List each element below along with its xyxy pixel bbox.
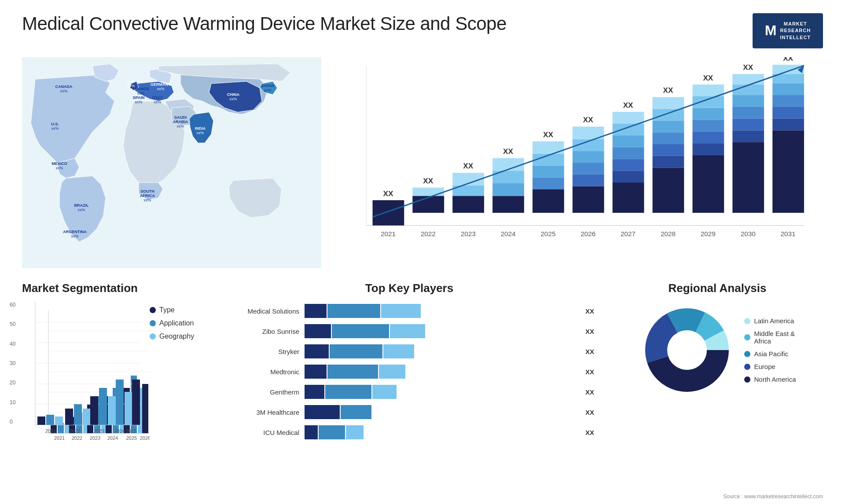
donut-chart xyxy=(639,302,735,398)
y-label-50: 50 xyxy=(10,321,15,327)
svg-rect-73 xyxy=(613,171,644,183)
svg-rect-131 xyxy=(99,388,107,425)
dot-latin-america xyxy=(744,318,750,324)
svg-text:xx%: xx% xyxy=(137,91,144,95)
logo-line1: MARKET xyxy=(780,21,811,27)
player-value: XX xyxy=(585,348,594,355)
dot-asia-pacific xyxy=(744,351,750,357)
bar-segment xyxy=(319,425,345,439)
bar-segment xyxy=(305,304,327,318)
svg-text:2024: 2024 xyxy=(114,428,125,434)
svg-text:AFRICA: AFRICA xyxy=(140,194,155,198)
player-row: StrykerXX xyxy=(224,344,594,358)
player-row: ICU MedicalXX xyxy=(224,425,594,439)
legend-label-type: Type xyxy=(159,306,175,314)
logo-line3: INTELLECT xyxy=(780,34,811,41)
svg-rect-69 xyxy=(613,124,644,135)
svg-rect-128 xyxy=(83,409,91,425)
page-container: Medical Convective Warming Device Market… xyxy=(0,0,845,504)
legend-dot-application xyxy=(150,320,156,326)
key-players-section: Top Key Players Medical SolutionsXXZibo … xyxy=(207,281,612,493)
y-label-60: 60 xyxy=(10,302,15,308)
svg-text:JAPAN: JAPAN xyxy=(261,84,274,88)
svg-rect-108 xyxy=(772,107,804,119)
svg-rect-109 xyxy=(772,119,804,131)
bar-segment xyxy=(305,324,331,338)
svg-text:XX: XX xyxy=(663,86,673,95)
svg-rect-82 xyxy=(653,156,684,168)
svg-text:CHINA: CHINA xyxy=(227,92,240,97)
player-row: Zibo SunriseXX xyxy=(224,324,594,338)
svg-rect-88 xyxy=(692,108,724,120)
world-map-svg: CANADA xx% U.S. xx% MEXICO xx% BRAZIL xx… xyxy=(22,57,321,268)
legend-mea: Middle East &Africa xyxy=(744,330,796,345)
legend-dot-type xyxy=(150,307,156,313)
svg-text:ARGENTINA: ARGENTINA xyxy=(63,230,87,234)
svg-text:xx%: xx% xyxy=(135,100,142,104)
svg-rect-64 xyxy=(573,175,604,186)
key-players-title: Top Key Players xyxy=(224,281,594,295)
header: Medical Convective Warming Device Market… xyxy=(22,13,823,48)
svg-rect-124 xyxy=(55,416,63,425)
svg-text:2022: 2022 xyxy=(421,230,436,237)
segmentation-chart-svg: 2021 2022 2023 xyxy=(22,302,141,438)
player-value: XX xyxy=(585,409,594,416)
segmentation-section: Market Segmentation 60 50 40 30 20 10 0 xyxy=(22,281,207,493)
svg-text:XX: XX xyxy=(423,176,433,185)
dot-mea xyxy=(744,334,750,340)
svg-text:2023: 2023 xyxy=(461,230,476,237)
bar-segment xyxy=(305,365,327,379)
svg-text:XX: XX xyxy=(543,130,553,139)
svg-text:2023: 2023 xyxy=(94,428,104,434)
player-bar-container xyxy=(305,405,577,419)
logo-box: M MARKET RESEARCH INTELLECT xyxy=(753,13,823,48)
svg-rect-35 xyxy=(373,200,404,225)
bar-segment xyxy=(305,425,318,439)
svg-text:xx%: xx% xyxy=(229,97,237,101)
svg-rect-110 xyxy=(772,130,804,212)
svg-point-174 xyxy=(668,331,706,369)
svg-text:MEXICO: MEXICO xyxy=(51,161,67,166)
svg-text:XX: XX xyxy=(463,161,473,170)
legend-item-application: Application xyxy=(150,319,194,327)
player-bar-container xyxy=(305,425,577,439)
legend-asia-pacific: Asia Pacific xyxy=(744,350,796,358)
label-mea: Middle East &Africa xyxy=(754,330,795,345)
bar-segment xyxy=(390,324,425,338)
legend-label-application: Application xyxy=(159,319,194,327)
svg-rect-68 xyxy=(613,112,644,124)
svg-text:xx%: xx% xyxy=(71,234,78,238)
svg-rect-39 xyxy=(412,196,444,213)
svg-text:XX: XX xyxy=(783,57,793,62)
svg-text:2024: 2024 xyxy=(501,230,516,237)
svg-rect-107 xyxy=(772,95,804,107)
bar-segment xyxy=(305,385,324,399)
y-label-20: 20 xyxy=(10,380,15,386)
bar-segment xyxy=(381,304,421,318)
bar-chart-section: XX 2021 XX 2022 XX 2023 xyxy=(339,57,823,268)
svg-text:xx%: xx% xyxy=(51,126,59,131)
y-label-10: 10 xyxy=(10,399,15,405)
svg-rect-123 xyxy=(46,415,54,425)
bar-segment xyxy=(325,385,371,399)
svg-rect-101 xyxy=(732,142,764,213)
svg-text:xx%: xx% xyxy=(77,208,85,212)
player-row: GenthermXX xyxy=(224,385,594,399)
svg-rect-79 xyxy=(653,121,684,132)
svg-rect-106 xyxy=(772,83,804,95)
dot-europe xyxy=(744,364,750,370)
legend-item-type: Type xyxy=(150,306,194,314)
player-bar-container xyxy=(305,365,577,379)
svg-text:xx%: xx% xyxy=(196,131,204,135)
svg-rect-83 xyxy=(653,168,684,213)
svg-rect-98 xyxy=(732,107,764,119)
label-asia-pacific: Asia Pacific xyxy=(754,350,788,358)
donut-legend: Latin America Middle East &Africa Asia P… xyxy=(744,317,796,383)
svg-rect-81 xyxy=(653,144,684,156)
svg-text:2025: 2025 xyxy=(540,230,555,237)
svg-text:FRANCE: FRANCE xyxy=(132,87,149,91)
svg-rect-63 xyxy=(573,163,604,175)
players-list: Medical SolutionsXXZibo SunriseXXStryker… xyxy=(224,304,594,439)
bar-segment xyxy=(332,324,389,338)
svg-rect-71 xyxy=(613,147,644,159)
